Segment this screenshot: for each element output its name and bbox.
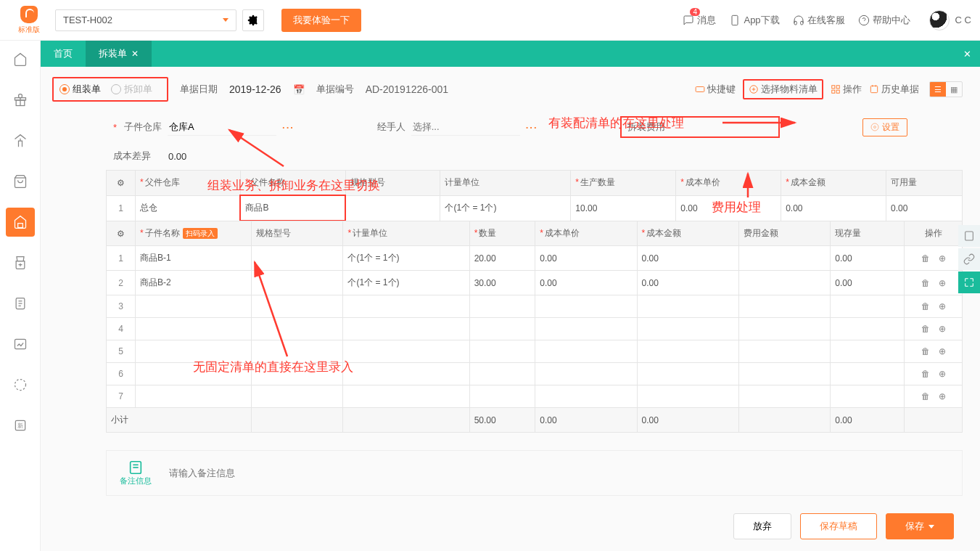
logo-edition: 标准版 <box>18 25 40 35</box>
shortcut-link[interactable]: 快捷键 <box>695 83 736 96</box>
sidebar-home[interactable] <box>6 45 35 74</box>
note-tool[interactable] <box>958 225 980 247</box>
avatar[interactable] <box>929 10 950 30</box>
code-value: AD-20191226-001 <box>366 83 448 95</box>
view-list-icon: ☰ <box>930 82 946 97</box>
fullscreen-tool[interactable] <box>958 272 980 293</box>
remark-input[interactable] <box>165 463 949 483</box>
delete-row-icon[interactable]: 🗑 <box>921 391 930 401</box>
history-icon <box>869 84 879 94</box>
operate-link[interactable]: 操作 <box>831 83 862 96</box>
logo[interactable]: 标准版 <box>9 6 49 35</box>
svg-rect-22 <box>836 90 839 93</box>
svg-rect-13 <box>15 339 25 348</box>
calendar-icon[interactable]: 📅 <box>293 84 305 95</box>
svg-point-27 <box>871 123 878 131</box>
online-service-link[interactable]: 在线客服 <box>793 14 845 27</box>
table-row[interactable]: 4🗑⊕ <box>107 318 963 340</box>
view-toggle[interactable]: ☰▦ <box>929 81 963 97</box>
table-row[interactable]: 1商品B-1个(1个 = 1个)20.000.000.000.00🗑⊕ <box>107 246 963 271</box>
radio-disassemble[interactable]: 拆卸单 <box>111 83 152 96</box>
tab-home[interactable]: 首页 <box>41 41 86 67</box>
user-name: C C <box>955 15 971 25</box>
child-warehouse-field[interactable]: *子件仓库 ··· <box>113 118 295 136</box>
history-link[interactable]: 历史单据 <box>869 83 919 96</box>
table-row[interactable]: 3🗑⊕ <box>107 295 963 318</box>
save-draft-button[interactable]: 保存草稿 <box>800 513 877 539</box>
grid-icon <box>831 84 841 94</box>
delete-row-icon[interactable]: 🗑 <box>921 301 930 311</box>
delete-row-icon[interactable]: 🗑 <box>921 369 930 379</box>
more-icon[interactable]: ··· <box>282 122 295 133</box>
form-row-1: *子件仓库 ··· 经手人 ··· 拆装费用 设置 <box>41 112 980 142</box>
message-link[interactable]: 4 消息 <box>683 14 716 27</box>
parent-name-cell[interactable]: 商品B <box>240 195 345 221</box>
parent-table: ⚙ *父件仓库 *父件名称 规格型号 计量单位 *生产数量 *成本单价 *成本金… <box>106 170 963 221</box>
tabs-close-all[interactable]: ✕ <box>954 41 980 67</box>
save-button[interactable]: 保存 <box>886 513 954 539</box>
table-row[interactable]: 6🗑⊕ <box>107 363 963 385</box>
delete-row-icon[interactable]: 🗑 <box>921 324 930 334</box>
sidebar-sync[interactable] <box>6 370 35 399</box>
tab-assembly[interactable]: 拆装单 ✕ <box>86 41 152 67</box>
select-bom-link[interactable]: 选择物料清单 <box>743 79 823 99</box>
table-settings-header[interactable]: ⚙ <box>107 221 136 246</box>
svg-point-14 <box>15 380 25 391</box>
add-row-icon[interactable]: ⊕ <box>939 369 946 379</box>
app-download-link[interactable]: App下载 <box>729 14 779 27</box>
add-row-icon[interactable]: ⊕ <box>939 324 946 334</box>
settings-button[interactable]: 设置 <box>862 118 907 136</box>
svg-text:新: 新 <box>17 423 23 429</box>
add-row-icon[interactable]: ⊕ <box>939 346 946 356</box>
delete-row-icon[interactable]: 🗑 <box>921 278 930 288</box>
date-value[interactable]: 2019-12-26 <box>229 83 281 95</box>
cost-diff-value: 0.00 <box>168 151 186 162</box>
sidebar: 新 <box>0 41 41 551</box>
settings-button[interactable] <box>242 9 264 31</box>
view-grid-icon: ▦ <box>946 82 962 97</box>
logo-icon <box>20 6 38 23</box>
radio-assemble[interactable]: 组装单 <box>59 83 101 96</box>
table-row[interactable]: 5🗑⊕ <box>107 340 963 363</box>
parent-row[interactable]: 1 总仓 商品B 个(1个 = 1个) 10.00 0.00 0.00 0.00 <box>107 195 963 221</box>
footer-buttons: 放弃 保存草稿 保存 <box>41 505 980 550</box>
remark-icon: 备注信息 <box>120 460 152 486</box>
sidebar-clipboard[interactable] <box>6 289 35 318</box>
sidebar-upload[interactable] <box>6 126 35 155</box>
svg-rect-8 <box>17 224 22 228</box>
chevron-down-icon <box>223 18 228 22</box>
barcode-input-tag[interactable]: 扫码录入 <box>183 228 218 239</box>
fee-field[interactable]: 拆装费用 <box>620 116 780 138</box>
sidebar-shopping[interactable] <box>6 167 35 196</box>
tryout-button[interactable]: 我要体验一下 <box>281 9 361 32</box>
table-settings-header[interactable]: ⚙ <box>107 171 136 196</box>
more-icon[interactable]: ··· <box>526 122 538 133</box>
add-row-icon[interactable]: ⊕ <box>939 278 946 288</box>
delete-row-icon[interactable]: 🗑 <box>921 253 930 264</box>
help-center-link[interactable]: 帮助中心 <box>858 14 910 27</box>
link-tool[interactable] <box>958 248 980 270</box>
svg-point-26 <box>874 126 876 128</box>
table-row[interactable]: 2商品B-2个(1个 = 1个)30.000.000.000.00🗑⊕ <box>107 271 963 295</box>
sidebar-report[interactable] <box>6 330 35 359</box>
top-bar: 标准版 TEST-H002 我要体验一下 4 消息 App下载 在线客服 帮助中… <box>0 0 980 41</box>
sidebar-new[interactable]: 新 <box>6 411 35 440</box>
svg-rect-19 <box>832 86 835 89</box>
svg-rect-23 <box>870 86 877 92</box>
keyboard-icon <box>695 84 705 94</box>
add-row-icon[interactable]: ⊕ <box>939 301 946 311</box>
sidebar-warehouse[interactable] <box>6 208 35 237</box>
gear-icon <box>247 15 259 26</box>
handler-field[interactable]: 经手人 ··· <box>377 118 538 136</box>
radio-dot-icon <box>59 84 70 94</box>
close-icon[interactable]: ✕ <box>131 41 139 67</box>
table-row[interactable]: 7🗑⊕ <box>107 385 963 408</box>
sidebar-gift[interactable] <box>6 86 35 115</box>
delete-row-icon[interactable]: 🗑 <box>921 346 930 356</box>
svg-rect-20 <box>836 86 839 89</box>
add-row-icon[interactable]: ⊕ <box>939 253 946 264</box>
add-row-icon[interactable]: ⊕ <box>939 391 946 401</box>
store-selector[interactable]: TEST-H002 <box>55 9 236 31</box>
discard-button[interactable]: 放弃 <box>733 513 791 539</box>
sidebar-money[interactable] <box>6 248 35 277</box>
